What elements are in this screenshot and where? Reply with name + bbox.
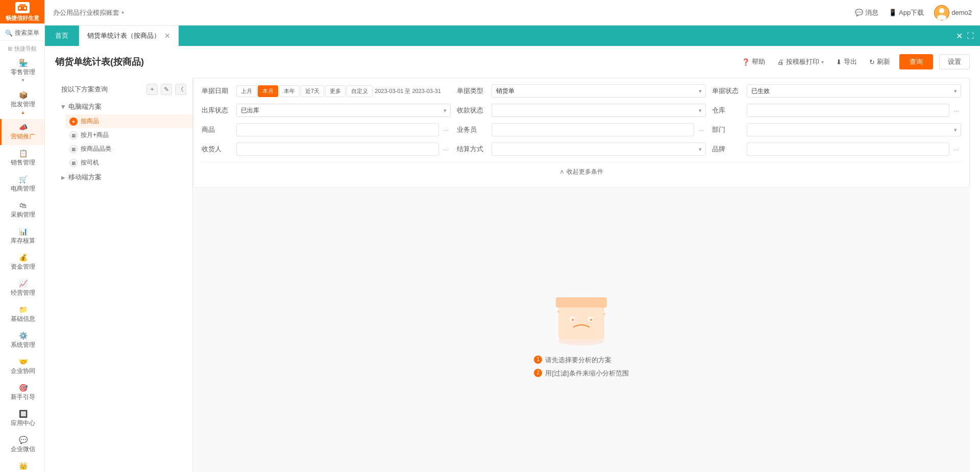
date-tab-this-month[interactable]: 本月: [258, 85, 278, 97]
sidebar-item-wholesale[interactable]: 📦 批发管理 ▲: [0, 87, 44, 119]
sidebar-item-basic[interactable]: 📁 基础信息: [0, 301, 44, 327]
goods-input[interactable]: [236, 123, 439, 136]
sidebar-item-operations[interactable]: 📈 经营管理: [0, 275, 44, 301]
refresh-btn[interactable]: ↻ 刷新: [866, 55, 893, 68]
basic-icon: 📁: [19, 305, 28, 314]
page-inner: 销货单统计表(按商品) ❓ 帮助 🖨 按模板打印 ▾ ⬇ 导出: [45, 46, 980, 472]
filter-row-2: 出库状态 已出库 收款状态: [202, 104, 961, 117]
salesperson-input[interactable]: [492, 123, 694, 136]
svg-point-2: [19, 7, 21, 9]
sidebar-item-sales[interactable]: 📋 销售管理: [0, 145, 44, 171]
date-tab-this-year[interactable]: 本年: [279, 85, 300, 97]
page-header: 销货单统计表(按商品) ❓ 帮助 🖨 按模板打印 ▾ ⬇ 导出: [55, 54, 970, 69]
filter-date: 单据日期 上月 本月 本年 近7天 更多 自定义: [202, 85, 451, 97]
quick-nav[interactable]: ⊞ 快捷导航: [0, 41, 44, 55]
tree-section-pc[interactable]: ▶ 电脑端方案: [55, 99, 192, 114]
sidebar-item-wechat[interactable]: 💬 企业微信: [0, 432, 44, 458]
settlement-select[interactable]: [492, 143, 706, 156]
filter-row-3: 商品 ··· 业务员 ··: [202, 123, 961, 136]
sidebar-item-ecommerce[interactable]: 🛒 电商管理: [0, 171, 44, 197]
export-icon: ⬇: [836, 58, 842, 66]
export-btn[interactable]: ⬇ 导出: [833, 55, 860, 68]
filter-department: 部门: [712, 123, 961, 136]
salesperson-dots[interactable]: ···: [696, 126, 706, 134]
query-btn[interactable]: 查询: [899, 54, 933, 69]
collapse-bar[interactable]: ∧ 收起更多条件: [202, 162, 961, 181]
sidebar-item-apps[interactable]: 🔲 应用中心: [0, 406, 44, 432]
wechat-icon: 💬: [19, 436, 28, 444]
empty-svg: [546, 286, 617, 347]
out-status-select[interactable]: 已出库: [236, 104, 451, 117]
left-panel: 按以下方案查询 + ✎ 《 ▶ 电脑端方案 ●: [55, 78, 193, 472]
print-btn[interactable]: 🖨 按模板打印 ▾: [774, 55, 827, 68]
receiver-dots[interactable]: ···: [441, 146, 451, 153]
date-tab-7days[interactable]: 近7天: [301, 85, 324, 97]
filter-receiver: 收货人 ···: [202, 143, 451, 156]
tree-item-by-goods[interactable]: ● 按商品: [65, 114, 192, 128]
out-status-wrapper: 已出库: [236, 104, 451, 117]
filter-warehouse: 仓库 ···: [712, 104, 961, 117]
order-status-select[interactable]: 已生效: [747, 84, 961, 98]
guide-icon: 🎯: [19, 384, 28, 392]
message-btn[interactable]: 💬 消息: [855, 8, 878, 17]
sidebar-item-finance[interactable]: 💰 资金管理: [0, 249, 44, 275]
sidebar-item-cooperation[interactable]: 🤝 企业协同: [0, 353, 44, 380]
receiver-control: ···: [236, 143, 451, 156]
print-icon: 🖨: [777, 58, 784, 66]
tree-item-by-month-goods[interactable]: ▦ 按月+商品: [65, 128, 192, 142]
sidebar-item-retail[interactable]: 🏪 零售管理 ▼: [0, 55, 44, 87]
settlement-wrapper: [492, 143, 706, 156]
tree-section-mobile[interactable]: ▶ 移动端方案: [55, 170, 192, 185]
edit-scheme-btn[interactable]: ✎: [161, 84, 172, 95]
tab-expand-area: ✕ ⛶: [950, 31, 980, 41]
sidebar-item-system[interactable]: ⚙️ 系统管理: [0, 327, 44, 353]
by-category-icon: ▦: [69, 145, 78, 153]
user-profile[interactable]: demo2: [934, 5, 972, 20]
tab-home[interactable]: 首页: [45, 26, 79, 46]
page-content: 销货单统计表(按商品) ❓ 帮助 🖨 按模板打印 ▾ ⬇ 导出: [45, 46, 980, 472]
tree-item-by-category[interactable]: ▦ 按商品品类: [65, 142, 192, 156]
settings-btn[interactable]: 设置: [939, 54, 970, 69]
ecommerce-icon: 🛒: [19, 175, 28, 183]
order-type-select[interactable]: 销货单: [492, 84, 706, 98]
brand-input[interactable]: [747, 143, 949, 156]
date-tab-last-month[interactable]: 上月: [236, 85, 257, 97]
app-download-btn[interactable]: 📱 App下载: [889, 8, 924, 17]
tab-close-btn[interactable]: ✕: [164, 32, 170, 39]
by-driver-icon: ▦: [69, 159, 78, 167]
brand-dots[interactable]: ···: [951, 146, 961, 153]
department-select[interactable]: [747, 123, 961, 136]
main-wrapper: 办公用品行业模拟账套 ▾ 💬 消息 📱 App下载 de: [45, 0, 980, 472]
hint-num-1: 1: [534, 356, 542, 364]
goods-dots[interactable]: ···: [441, 126, 451, 134]
warehouse-input[interactable]: [747, 104, 949, 117]
empty-illustration: [546, 286, 617, 347]
sidebar-item-inventory[interactable]: 📊 库存核算: [0, 223, 44, 249]
sidebar-item-guide[interactable]: 🎯 新手引导: [0, 380, 44, 406]
date-tab-more[interactable]: 更多: [325, 85, 346, 97]
logo-icon: [15, 2, 30, 13]
filter-salesperson: 业务员 ···: [457, 123, 706, 136]
receiver-input[interactable]: [236, 143, 439, 156]
close-window-icon[interactable]: ✕: [956, 31, 963, 41]
collapse-panel-btn[interactable]: 《: [175, 84, 186, 95]
warehouse-dots[interactable]: ···: [951, 107, 961, 114]
sidebar-item-marketing[interactable]: 📣 营销推广: [0, 119, 44, 145]
sales-icon: 📋: [19, 149, 28, 157]
right-main: 单据日期 上月 本月 本年 近7天 更多 自定义: [193, 78, 970, 472]
fullscreen-icon[interactable]: ⛶: [967, 32, 974, 40]
wholesale-icon: 📦: [19, 91, 28, 99]
add-scheme-btn[interactable]: +: [146, 84, 158, 95]
tree-item-by-driver[interactable]: ▦ 按司机: [65, 156, 192, 170]
sidebar-item-member[interactable]: 👑 畅会员: [0, 458, 44, 472]
sidebar-item-purchase[interactable]: 🛍 采购管理: [0, 197, 44, 223]
help-btn[interactable]: ❓ 帮助: [739, 55, 768, 68]
svg-point-5: [939, 8, 944, 13]
date-range-display: 2023-03-01 至 2023-03-31: [375, 87, 441, 95]
empty-state: 1 请先选择要分析的方案 2 用[过滤]条件来缩小分析范围: [193, 188, 970, 472]
search-menu[interactable]: 🔍 搜索菜单: [0, 23, 44, 41]
payment-status-select[interactable]: [492, 104, 706, 117]
hint-num-2: 2: [534, 369, 542, 377]
date-tab-custom[interactable]: 自定义: [347, 85, 373, 97]
tab-active[interactable]: 销货单统计表（按商品） ✕: [79, 26, 179, 46]
